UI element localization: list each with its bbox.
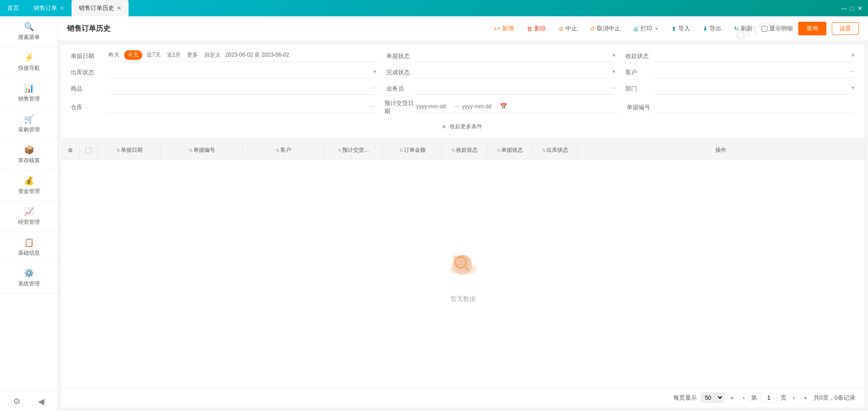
page-size-label: 每页显示 <box>673 394 697 402</box>
tab-sales-order[interactable]: 销售订单 ✕ <box>26 0 72 16</box>
tab-sales-history-close[interactable]: ✕ <box>117 5 121 11</box>
page-number-input[interactable] <box>761 393 777 402</box>
date-option-7days[interactable]: 近7天 <box>145 50 163 60</box>
refresh-button[interactable]: ↻ 刷新 <box>730 23 756 34</box>
th-stock[interactable]: ⇅ 出库状态 <box>532 141 578 159</box>
refresh-label: 刷新 <box>741 24 753 33</box>
date-option-1month[interactable]: 近1月 <box>165 50 183 60</box>
department-control[interactable]: ▼ <box>652 83 855 95</box>
receipt-status-control[interactable]: ▼ <box>652 50 855 62</box>
sidebar-item-base-info[interactable]: 📋 基础信息 <box>0 232 58 263</box>
th-settings[interactable]: ⚙ <box>62 141 80 159</box>
goods-ellipsis[interactable]: ··· <box>371 84 377 92</box>
th-amount[interactable]: ⇅ 订单金额 <box>383 141 442 159</box>
settings-button[interactable]: 设置 <box>832 22 859 35</box>
stock-out-control[interactable]: ▼ <box>107 67 377 78</box>
sidebar-settings-icon[interactable]: ⚙ <box>13 396 20 406</box>
minimize-btn[interactable]: — <box>841 5 847 12</box>
sidebar-item-sys-mgmt[interactable]: ⚙️ 系统管理 <box>0 263 58 294</box>
query-button[interactable]: 查询 <box>798 22 826 35</box>
date-option-more[interactable]: 更多 <box>185 50 200 60</box>
complete-status-label: 完成状态 <box>377 68 413 77</box>
tab-sales-order-close[interactable]: ✕ <box>60 5 64 11</box>
sidebar-item-label-operations: 经营管理 <box>18 218 40 226</box>
tab-home[interactable]: 首页 <box>0 0 26 16</box>
salesman-ellipsis[interactable]: ··· <box>610 84 616 92</box>
display-detail-checkbox[interactable]: 显示明细 <box>762 24 793 33</box>
sidebar-item-label-search: 搜索菜单 <box>18 34 40 41</box>
customer-ellipsis[interactable]: ··· <box>849 68 855 76</box>
tab-sales-history[interactable]: 销售订单历史 ✕ <box>72 0 129 16</box>
th-stock-label: 出库状态 <box>547 146 568 154</box>
date-option-custom[interactable]: 自定义 <box>202 50 222 60</box>
th-date[interactable]: ⇅ 单据日期 <box>98 141 161 159</box>
suspend-button[interactable]: ⊘ 中止 <box>555 23 581 34</box>
add-button[interactable]: + + 新增 <box>490 23 518 34</box>
department-arrow: ▼ <box>850 85 855 91</box>
select-all-checkbox[interactable] <box>86 147 92 154</box>
filter-row-3: 商品 ··· 业务员 ··· 部门 ▼ <box>71 83 855 95</box>
inventory-icon: 📦 <box>24 145 34 155</box>
goods-control[interactable]: ··· <box>107 83 377 95</box>
close-btn-window[interactable]: ✕ <box>858 5 863 12</box>
sidebar-item-quick-nav[interactable]: ⚡ 快捷导航 <box>0 47 58 78</box>
th-billno[interactable]: ⇅ 单据编号 <box>161 141 243 159</box>
maximize-btn[interactable]: □ <box>850 5 854 12</box>
delete-label: 删除 <box>534 24 546 33</box>
display-detail-input[interactable] <box>762 26 767 32</box>
sidebar-item-inventory[interactable]: 📦 库存核算 <box>0 140 58 170</box>
sidebar-item-label-purchase: 采购管理 <box>18 126 40 134</box>
th-date-label: 单据日期 <box>121 146 143 154</box>
date-option-yesterday[interactable]: 昨天 <box>107 50 121 60</box>
page-word: 页 <box>781 394 786 402</box>
sidebar-item-finance[interactable]: 💰 资金管理 <box>0 170 58 201</box>
date-option-today[interactable]: 今天 <box>124 50 142 60</box>
cal-icon-1[interactable]: 📅 <box>500 103 507 110</box>
warehouse-control[interactable]: ··· <box>107 102 375 113</box>
export-button[interactable]: ⬇ 导出 <box>699 23 725 34</box>
th-expected[interactable]: ⇅ 预计交货... <box>324 141 383 159</box>
top-bar: 首页 销售订单 ✕ 销售订单历史 ✕ — □ ✕ <box>0 0 868 16</box>
sidebar-item-sales-mgmt[interactable]: 📊 销售管理 <box>0 78 58 109</box>
th-receipt[interactable]: ⇅ 收款状态 <box>442 141 487 159</box>
sidebar-item-search-menu[interactable]: 🔍 搜索菜单 <box>0 16 58 47</box>
expected-date-to[interactable] <box>462 103 498 110</box>
sidebar-item-purchase-mgmt[interactable]: 🛒 采购管理 <box>0 109 58 140</box>
prev-page-btn[interactable]: ‹ <box>740 393 748 402</box>
warehouse-ellipsis[interactable]: ··· <box>369 102 375 111</box>
delete-button[interactable]: 🗑 删除 <box>523 23 550 34</box>
complete-status-control[interactable]: ▼ <box>413 67 616 78</box>
collapse-label: 收起更多条件 <box>450 123 482 130</box>
customer-control[interactable]: ··· <box>652 67 855 78</box>
pagination: 每页显示 10 20 50 100 « ‹ 第 页 › » 共0页，0条记录 <box>62 387 864 407</box>
date-range-display: 2023-06-02 至 2023-06-02 <box>225 51 289 59</box>
svg-rect-7 <box>468 258 470 261</box>
print-button[interactable]: 🖨 打印 ▼ <box>629 23 662 34</box>
cancel-button[interactable]: ↺ 取消中止 <box>586 23 624 34</box>
empty-illustration <box>441 244 486 290</box>
th-customer[interactable]: ⇅ 客户 <box>243 141 324 159</box>
expected-date-from[interactable] <box>416 103 452 110</box>
sidebar-item-operations[interactable]: 📈 经营管理 <box>0 201 58 232</box>
page-size-select[interactable]: 10 20 50 100 <box>700 392 724 403</box>
bill-status-control[interactable]: ▼ <box>413 50 616 62</box>
sidebar-collapse-icon[interactable]: ◀ <box>38 396 44 406</box>
total-records: 共0页，0条记录 <box>814 394 855 402</box>
cancel-label: 取消中止 <box>597 24 620 33</box>
operations-icon: 📈 <box>24 207 34 217</box>
th-checkbox[interactable] <box>80 141 98 159</box>
receipt-status-arrow: ▼ <box>850 53 855 58</box>
page-title: 销售订单历史 <box>67 24 110 34</box>
collapse-bar[interactable]: ∧ 收起更多条件 <box>71 120 855 132</box>
bill-no-input[interactable] <box>654 103 855 110</box>
sort-bill-status-icon: ⇅ <box>497 148 500 153</box>
first-page-btn[interactable]: « <box>728 393 736 402</box>
sidebar-item-label-finance: 资金管理 <box>18 188 40 195</box>
import-button[interactable]: ⬆ 导入 <box>668 23 694 34</box>
next-page-btn[interactable]: › <box>790 393 797 402</box>
bill-no-control[interactable] <box>654 102 855 113</box>
th-bill-status[interactable]: ⇅ 单据状态 <box>487 141 532 159</box>
settings-gear-icon[interactable]: ⚙ <box>68 147 73 154</box>
last-page-btn[interactable]: » <box>801 393 810 402</box>
salesman-control[interactable]: ··· <box>413 83 616 95</box>
